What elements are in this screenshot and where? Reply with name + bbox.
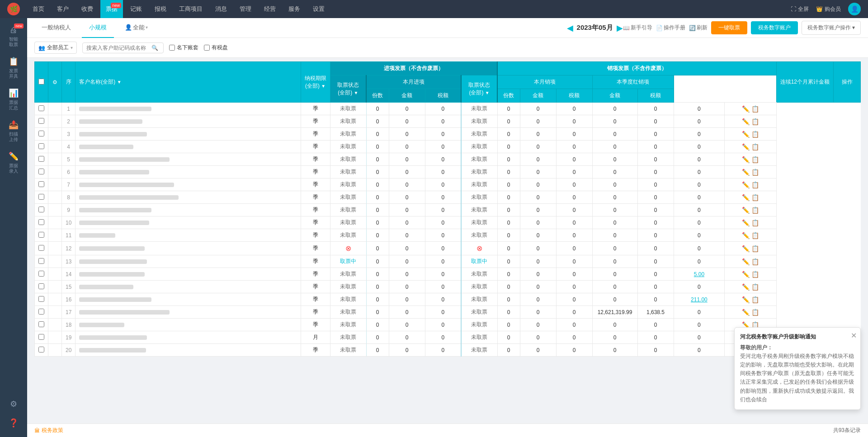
sidebar-item-invoice-open[interactable]: 📋 发票开具 (1, 53, 26, 83)
row-checkbox-cell[interactable] (35, 103, 48, 115)
sidebar-item-help[interactable]: ❓ (1, 414, 26, 432)
nav-manage[interactable]: 管理 (234, 0, 257, 18)
row-checkbox-cell[interactable] (35, 255, 48, 268)
copy-button[interactable]: 📋 (751, 181, 759, 188)
search-input[interactable] (86, 45, 150, 51)
edit-button[interactable]: ✏️ (742, 131, 750, 138)
one-click-fetch-button[interactable]: 一键取票 (711, 21, 747, 34)
nav-bookkeeping[interactable]: 记账 (125, 0, 147, 18)
settings-header[interactable]: ⚙ (48, 62, 62, 103)
row-checkbox[interactable] (38, 309, 44, 315)
staff-filter[interactable]: 👥 全部员工 ▾ (34, 42, 77, 54)
row-checkbox-cell[interactable] (35, 204, 48, 216)
out-fetch-status-header[interactable]: 取票状态(全部) ▼ (461, 75, 497, 103)
row-checkbox-cell[interactable] (35, 306, 48, 319)
row-checkbox-cell[interactable] (35, 115, 48, 128)
copy-button[interactable]: 📋 (751, 258, 759, 265)
row-checkbox-cell[interactable] (35, 166, 48, 179)
nav-fee[interactable]: 收费 (76, 0, 99, 18)
edit-button[interactable]: ✏️ (742, 194, 750, 201)
row-checkbox-cell[interactable] (35, 216, 48, 229)
row-checkbox[interactable] (38, 258, 44, 264)
member-button[interactable]: 👑 购会员 (816, 5, 841, 13)
manual-button[interactable]: 📄 操作手册 (656, 24, 685, 32)
sidebar-item-ticket-entry[interactable]: ✏️ 票据录入 (1, 148, 26, 178)
in-fetch-status-header[interactable]: 取票状态(全部) ▼ (330, 75, 366, 103)
fullscreen-button[interactable]: ⛶ 全屏 (791, 5, 809, 13)
nav-biz[interactable]: 工商项目 (174, 0, 208, 18)
row-checkbox[interactable] (38, 283, 44, 289)
edit-button[interactable]: ✏️ (742, 105, 750, 113)
tab-small-scale[interactable]: 小规模 (82, 18, 114, 38)
copy-button[interactable]: 📋 (751, 219, 759, 226)
row-checkbox[interactable] (38, 156, 44, 162)
copy-button[interactable]: 📋 (751, 156, 759, 163)
row-checkbox-cell[interactable] (35, 141, 48, 153)
copy-button[interactable]: 📋 (751, 169, 759, 176)
account-checkbox[interactable] (169, 45, 175, 51)
row-checkbox-cell[interactable] (35, 344, 48, 357)
search-icon[interactable]: 🔍 (151, 45, 158, 51)
sidebar-item-smart-ticket[interactable]: 🖨 智能取票 new (1, 22, 26, 51)
row-checkbox[interactable] (38, 181, 44, 187)
nav-home[interactable]: 首页 (27, 0, 50, 18)
customer-name-header[interactable]: 客户名称(全部) ▼ (75, 62, 301, 103)
edit-button[interactable]: ✏️ (742, 232, 750, 239)
copy-button[interactable]: 📋 (751, 296, 759, 303)
row-checkbox[interactable] (38, 105, 44, 111)
row-checkbox[interactable] (38, 245, 44, 251)
edit-button[interactable]: ✏️ (742, 156, 750, 163)
nav-tax[interactable]: 报税 (149, 0, 172, 18)
select-all-checkbox[interactable] (38, 79, 44, 85)
copy-button[interactable]: 📋 (751, 283, 759, 291)
sidebar-item-settings[interactable]: ⚙ (1, 395, 26, 413)
edit-button[interactable]: ✏️ (742, 258, 750, 265)
account-checkbox-label[interactable]: 名下账套 (169, 44, 198, 52)
user-avatar[interactable]: 👤 (848, 3, 861, 15)
edit-button[interactable]: ✏️ (742, 118, 750, 125)
edit-button[interactable]: ✏️ (742, 296, 750, 303)
row-checkbox-cell[interactable] (35, 281, 48, 293)
digital-account-button[interactable]: 税务数字账户 (751, 21, 798, 34)
nav-operation[interactable]: 经营 (259, 0, 281, 18)
new-guide-button[interactable]: 📖 新手引导 (623, 24, 652, 32)
tax-disk-checkbox[interactable] (204, 45, 210, 51)
row-checkbox[interactable] (38, 118, 44, 124)
row-checkbox[interactable] (38, 347, 44, 352)
row-checkbox[interactable] (38, 296, 44, 302)
row-checkbox[interactable] (38, 271, 44, 277)
row-checkbox[interactable] (38, 131, 44, 136)
copy-button[interactable]: 📋 (751, 194, 759, 201)
row-checkbox-cell[interactable] (35, 153, 48, 166)
edit-button[interactable]: ✏️ (742, 271, 750, 278)
row-checkbox-cell[interactable] (35, 293, 48, 306)
edit-button[interactable]: ✏️ (742, 143, 750, 150)
row-checkbox-cell[interactable] (35, 179, 48, 191)
date-prev-button[interactable]: ◀ (567, 23, 573, 33)
copy-button[interactable]: 📋 (751, 232, 759, 239)
edit-button[interactable]: ✏️ (742, 245, 750, 252)
nav-service[interactable]: 服务 (283, 0, 306, 18)
nav-invoice[interactable]: 票据 new (100, 0, 123, 18)
row-checkbox-cell[interactable] (35, 128, 48, 141)
notification-close-button[interactable]: ✕ (851, 331, 857, 340)
tab-general-taxpayer[interactable]: 一般纳税人 (34, 18, 78, 38)
copy-button[interactable]: 📋 (751, 271, 759, 278)
tax-policy-link[interactable]: 🏛 税务政策 (34, 427, 63, 434)
copy-button[interactable]: 📋 (751, 118, 759, 125)
date-next-button[interactable]: ▶ (617, 23, 623, 33)
copy-button[interactable]: 📋 (751, 309, 759, 316)
tax-disk-checkbox-label[interactable]: 有税盘 (204, 44, 228, 52)
row-checkbox-cell[interactable] (35, 229, 48, 242)
select-all-header[interactable] (35, 62, 48, 103)
edit-button[interactable]: ✏️ (742, 309, 750, 316)
row-checkbox[interactable] (38, 219, 44, 225)
copy-button[interactable]: 📋 (751, 131, 759, 138)
nav-message[interactable]: 消息 (210, 0, 232, 18)
copy-button[interactable]: 📋 (751, 143, 759, 150)
row-checkbox[interactable] (38, 321, 44, 327)
row-checkbox-cell[interactable] (35, 191, 48, 204)
row-checkbox[interactable] (38, 334, 44, 340)
sidebar-item-scan-upload[interactable]: 📤 扫描上传 (1, 116, 26, 146)
edit-button[interactable]: ✏️ (742, 207, 750, 214)
